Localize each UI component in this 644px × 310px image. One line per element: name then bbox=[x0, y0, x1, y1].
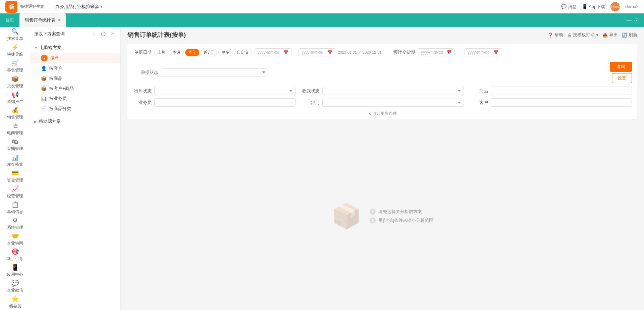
sidebar-item-search[interactable]: 🔍 搜索菜单 bbox=[0, 27, 30, 43]
plan-item-by-customer-goods[interactable]: 📦 按客户+商品 bbox=[30, 84, 120, 94]
plan-by-customer-label: 按客户 bbox=[49, 65, 62, 71]
shipment-status-label: 出库状态 bbox=[133, 88, 152, 94]
sidebar-item-app-center[interactable]: 📱 应用中心 bbox=[0, 263, 30, 278]
avatar[interactable]: demo2 bbox=[610, 2, 620, 11]
empty-illustration: 📦 bbox=[331, 202, 362, 230]
sidebar-item-wholesale[interactable]: 📦 批发管理 bbox=[0, 74, 30, 90]
plan-item-by-salesperson[interactable]: 📊 按业务员 bbox=[30, 94, 120, 104]
app-dropdown-icon: ▾ bbox=[100, 4, 103, 9]
help-icon: ❓ bbox=[548, 33, 553, 38]
date-from-input[interactable]: yyyy-mm-dd 📅 bbox=[255, 48, 291, 56]
filter-date-col: 单据日期 上月 本月 本年 近7天 更多 自定义 bbox=[133, 48, 381, 56]
date-btn-7days[interactable]: 近7天 bbox=[201, 49, 217, 56]
add-plan-btn[interactable]: + bbox=[90, 30, 98, 38]
goods-input[interactable]: ··· bbox=[491, 87, 632, 95]
filter-actions: 查询 设置 bbox=[610, 62, 632, 83]
tab-close-btn[interactable]: × bbox=[58, 18, 60, 22]
plan-group-header-mobile[interactable]: ▶ 移动端方案 bbox=[30, 116, 120, 126]
system-label: 系统管理 bbox=[7, 225, 23, 230]
payment-status-select[interactable] bbox=[322, 87, 464, 95]
sidebar-item-basic-info[interactable]: 📋 基础信息 bbox=[0, 200, 30, 216]
department-select[interactable] bbox=[322, 99, 464, 107]
tab-maximize-btn[interactable]: ⊡ bbox=[634, 17, 639, 23]
inventory-icon: 📊 bbox=[11, 154, 19, 161]
empty-tips: 1 请先选择要分析的方案 2 用[过滤]条件来缩小分析范围 bbox=[370, 209, 433, 223]
sidebar-item-newbie[interactable]: 🎯 新手引导 bbox=[0, 247, 30, 263]
help-btn[interactable]: ❓ 帮助 bbox=[548, 32, 563, 38]
sidebar-item-ecom[interactable]: 🖥 电商管理 bbox=[0, 121, 30, 137]
bill-status-select[interactable] bbox=[161, 68, 268, 76]
customer-input[interactable]: ··· bbox=[491, 98, 632, 107]
tab-minimize-btn[interactable]: — bbox=[626, 17, 632, 23]
sidebar-item-operations[interactable]: 📈 经营管理 bbox=[0, 184, 30, 200]
ecom-label: 电商管理 bbox=[7, 130, 23, 136]
expected-date-from-input[interactable]: yyyy-mm-dd 📅 bbox=[418, 48, 455, 56]
filter-row-2: 出库状态 收款状态 商品 bbox=[133, 87, 632, 95]
by-salesperson-icon: 📊 bbox=[41, 96, 47, 101]
tab-sales-order-stats[interactable]: 销售订单统计表 × bbox=[19, 13, 66, 27]
plan-by-goods-label: 按商品 bbox=[49, 75, 62, 82]
sidebar-item-wechat[interactable]: 💬 企业微信 bbox=[0, 278, 30, 294]
enterprise-icon: 🤝 bbox=[11, 232, 19, 240]
sidebar-item-marketing[interactable]: 📢 营销推广 bbox=[0, 90, 30, 106]
finance-icon: 💳 bbox=[11, 169, 19, 177]
member-icon: ⭐ bbox=[11, 295, 19, 303]
collapse-btn[interactable]: ∧ 收起更多条件 bbox=[368, 111, 397, 116]
tab-sales-order-stats-label: 销售订单统计表 bbox=[25, 17, 55, 23]
tab-home[interactable]: 首页 bbox=[0, 13, 19, 27]
sidebar-item-enterprise[interactable]: 🤝 企业协同 bbox=[0, 231, 30, 247]
expected-date-to-input[interactable]: yyyy-mm-dd 📅 bbox=[465, 48, 501, 56]
sidebar-item-sales[interactable]: 💰 销售管理 bbox=[0, 105, 30, 121]
edit-plan-btn[interactable] bbox=[100, 30, 107, 38]
message-btn[interactable]: 💬 消息 bbox=[561, 4, 577, 10]
export-btn[interactable]: 📤 导出 bbox=[602, 32, 618, 38]
plan-item-by-goods-category[interactable]: 📄 按商品分类 bbox=[30, 104, 120, 114]
date-btn-custom[interactable]: 自定义 bbox=[234, 49, 252, 56]
calendar2-icon: 📅 bbox=[327, 50, 332, 55]
date-label: 单据日期 bbox=[133, 49, 152, 55]
export-label: 导出 bbox=[609, 32, 618, 38]
retail-icon: 🛒 bbox=[11, 59, 19, 67]
template-print-label: 按模板打印 bbox=[573, 32, 595, 38]
sidebar-item-member[interactable]: ⭐ 畅会员 bbox=[0, 294, 30, 310]
date-to-placeholder: yyyy-mm-dd bbox=[302, 50, 323, 55]
date-btn-last-month[interactable]: 上月 bbox=[154, 49, 168, 56]
department-label: 部门 bbox=[301, 100, 320, 106]
app-download-btn[interactable]: 📱 App下载 bbox=[582, 4, 605, 10]
plan-group-header-pc[interactable]: ▼ 电脑端方案 bbox=[30, 43, 120, 53]
date-btn-more[interactable]: 更多 bbox=[218, 49, 232, 56]
collapse-bar[interactable]: ∧ 收起更多条件 bbox=[127, 108, 637, 119]
member-label: 畅会员 bbox=[9, 303, 21, 309]
expected-from-placeholder: yyyy-mm-dd bbox=[421, 50, 443, 55]
collapse-panel-btn[interactable]: « bbox=[109, 30, 116, 38]
sidebar-item-retail[interactable]: 🛒 零售管理 bbox=[0, 58, 30, 74]
user-name[interactable]: demo2 bbox=[625, 4, 639, 9]
app-selector[interactable]: 办公用品行业模拟账套 ▾ bbox=[55, 4, 103, 10]
chevron-down-icon: ▼ bbox=[34, 46, 38, 50]
ecom-icon: 🖥 bbox=[12, 122, 18, 130]
calendar4-icon: 📅 bbox=[493, 50, 498, 55]
query-btn[interactable]: 查询 bbox=[610, 62, 632, 72]
svg-point-1 bbox=[102, 34, 103, 34]
date-btn-this-month[interactable]: 本月 bbox=[170, 49, 184, 56]
plan-by-order-label: 按单 bbox=[50, 55, 59, 61]
sidebar-item-purchase[interactable]: 🛍 采购管理 bbox=[0, 137, 30, 153]
calendar-icon: 📅 bbox=[283, 50, 288, 55]
date-from-placeholder: yyyy-mm-dd bbox=[258, 50, 279, 55]
top-bar-left: 畅 畅捷通好生意 办公用品行业模拟账套 ▾ bbox=[5, 1, 103, 13]
sidebar-item-inventory[interactable]: 📊 库存核算 bbox=[0, 153, 30, 168]
filter-row-1: 单据日期 上月 本月 本年 近7天 更多 自定义 bbox=[133, 48, 632, 83]
date-btn-this-year[interactable]: 本年 bbox=[185, 49, 199, 56]
sidebar-item-system[interactable]: ⚙ 系统管理 bbox=[0, 216, 30, 231]
plan-item-by-customer[interactable]: 👤 按客户 bbox=[30, 63, 120, 73]
plan-item-by-order[interactable]: ● 按单 bbox=[30, 53, 120, 63]
date-to-input[interactable]: yyyy-mm-dd 📅 bbox=[299, 48, 335, 56]
sidebar-item-finance[interactable]: 💳 资金管理 bbox=[0, 168, 30, 184]
shipment-status-select[interactable] bbox=[154, 87, 296, 95]
salesperson-input[interactable]: ··· bbox=[154, 98, 296, 107]
sidebar-item-quick-nav[interactable]: ⚡ 快捷导航 bbox=[0, 43, 30, 58]
refresh-btn[interactable]: 🔄 刷新 bbox=[622, 32, 637, 38]
template-print-btn[interactable]: 🖨 按模板打印 ▾ bbox=[567, 32, 598, 38]
plan-item-by-goods[interactable]: 📦 按商品 bbox=[30, 73, 120, 84]
settings-btn[interactable]: 设置 bbox=[612, 73, 632, 83]
